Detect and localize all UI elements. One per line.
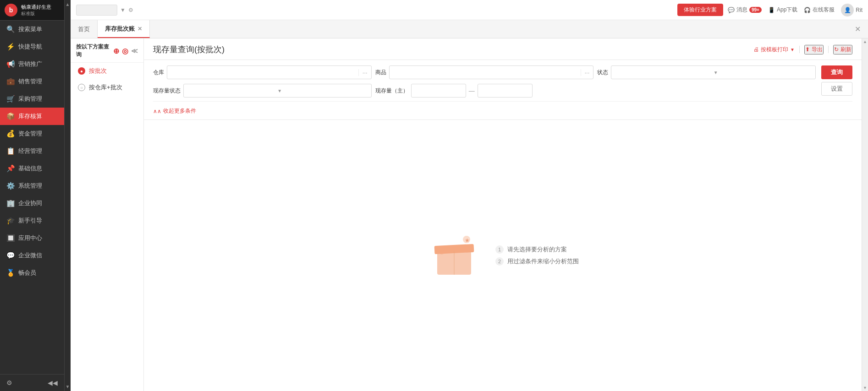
purchase-icon: 🛒 <box>6 95 15 103</box>
query-header-actions: 🖨 按模板打印 ▼ ⬆ 导出 ↻ 刷新 <box>753 45 852 54</box>
scroll-down-button[interactable]: ▼ <box>862 385 868 391</box>
app-logo: b <box>5 4 17 16</box>
warehouse-dots-button[interactable]: ··· <box>358 69 371 76</box>
sidebar-item-sales[interactable]: 💼 销售管理 <box>0 73 64 90</box>
sidebar-item-search[interactable]: 🔍 搜索菜单 <box>0 21 64 38</box>
sidebar-item-system[interactable]: ⚙️ 系统管理 <box>0 177 64 195</box>
left-panel-header: 按以下方案查询 ⊕ ◎ ≪ <box>71 38 143 63</box>
online-service-button[interactable]: 🎧 在线客服 <box>804 6 835 14</box>
sidebar-item-vip[interactable]: 🏅 畅会员 <box>0 264 64 282</box>
stock-qty-label: 现存量（主） <box>375 87 408 95</box>
divider2 <box>828 46 829 53</box>
user-menu[interactable]: 👤 Rit <box>841 4 863 16</box>
left-panel-title: 按以下方案查询 <box>76 43 113 59</box>
add-plan-icon[interactable]: ⊕ <box>113 47 119 55</box>
divider <box>799 46 800 53</box>
operation-icon: 📋 <box>6 147 15 155</box>
finance-icon: 💰 <box>6 130 15 138</box>
query-header: 现存量查询(按批次) 🖨 按模板打印 ▼ ⬆ 导出 ↻ 刷 <box>144 38 862 60</box>
filter-section: 仓库 ··· 商品 ··· <box>144 60 862 120</box>
tab-close-icon[interactable]: ✕ <box>137 26 142 32</box>
enterprise-icon: 🏢 <box>6 199 15 207</box>
message-icon: 💬 <box>728 7 735 13</box>
warehouse-input[interactable] <box>167 69 358 76</box>
collapse-filter-button[interactable]: ∧∧ 收起更多条件 <box>153 104 852 116</box>
plan-item-batch[interactable]: ● 按批次 <box>71 63 143 79</box>
sidebar-scrollbar: ▲ ▼ <box>64 0 71 391</box>
messages-button[interactable]: 💬 消息 99+ <box>728 6 762 14</box>
empty-state: ★ 1 请先选择要分析的方案 2 用过滤条件来缩小分析范围 <box>144 120 862 391</box>
settings-icon[interactable]: ⚙ <box>6 379 12 386</box>
active-dot-icon: ● <box>78 67 85 75</box>
manage-plan-icon[interactable]: ◎ <box>122 47 128 55</box>
collapse-sidebar-icon[interactable]: ◀◀ <box>48 379 58 386</box>
system-icon: ⚙️ <box>6 182 15 190</box>
tip-number-2: 2 <box>495 257 504 266</box>
right-scrollbar: ▲ ▼ <box>862 38 868 391</box>
goods-dots-button[interactable]: ··· <box>581 69 593 76</box>
headset-icon: 🎧 <box>804 7 811 13</box>
query-button[interactable]: 查询 <box>821 65 852 79</box>
newuser-icon: 🎓 <box>6 217 15 225</box>
scroll-thumb[interactable] <box>862 45 868 385</box>
empty-tip-2: 2 用过滤条件来缩小分析范围 <box>495 257 579 266</box>
industry-solution-button[interactable]: 体验行业方案 <box>677 4 723 16</box>
export-button[interactable]: ⬆ 导出 <box>804 45 824 54</box>
sidebar-item-enterprise[interactable]: 🏢 企业协同 <box>0 195 64 212</box>
quicknav-icon: ⚡ <box>6 43 15 51</box>
stock-qty-min-input[interactable] <box>411 84 466 98</box>
vip-icon: 🏅 <box>6 269 15 277</box>
inventory-icon: 📦 <box>6 112 15 120</box>
sidebar-item-wxbiz[interactable]: 💬 企业微信 <box>0 247 64 264</box>
phone-icon: 📱 <box>768 7 775 13</box>
svg-text:★: ★ <box>465 237 470 244</box>
page-title: 现存量查询(按批次) <box>153 44 225 55</box>
stock-qty-max-input[interactable] <box>478 84 533 98</box>
settings-shortcut-icon[interactable]: ⚙ <box>128 7 133 13</box>
stock-qty-input: — <box>411 84 533 98</box>
status-dropdown-icon: ▼ <box>714 70 812 75</box>
sidebar-item-purchase[interactable]: 🛒 采购管理 <box>0 90 64 108</box>
refresh-icon: ↻ <box>834 46 839 53</box>
sidebar-item-marketing[interactable]: 📢 营销推广 <box>0 55 64 73</box>
stock-status-select[interactable]: ▼ <box>183 84 372 98</box>
goods-input[interactable] <box>390 69 581 76</box>
app-download-button[interactable]: 📱 App下载 <box>768 6 797 14</box>
print-button[interactable]: 🖨 按模板打印 ▼ <box>753 46 795 54</box>
sidebar-item-basic[interactable]: 📌 基础信息 <box>0 160 64 177</box>
scroll-up-icon[interactable]: ▲ <box>66 2 70 7</box>
search-input[interactable] <box>76 5 117 16</box>
messages-badge: 99+ <box>749 7 762 13</box>
main-area: ▼ ⚙ 体验行业方案 💬 消息 99+ 📱 App下载 🎧 在线客服 👤 Rit <box>71 0 868 391</box>
tabbar: 首页 库存批次账 ✕ ✕ <box>71 20 868 38</box>
status-select[interactable]: ▼ <box>611 65 816 79</box>
tab-home[interactable]: 首页 <box>71 20 98 38</box>
tab-batch[interactable]: 库存批次账 ✕ <box>98 20 150 38</box>
tip-number-1: 1 <box>495 245 504 254</box>
sidebar-item-inventory[interactable]: 📦 库存核算 <box>0 108 64 125</box>
print-dropdown-icon[interactable]: ▼ <box>790 47 795 52</box>
sidebar-item-finance[interactable]: 💰 资金管理 <box>0 125 64 142</box>
scroll-up-button[interactable]: ▲ <box>862 38 868 45</box>
scroll-down-icon[interactable]: ▼ <box>66 384 70 389</box>
topbar: ▼ ⚙ 体验行业方案 💬 消息 99+ 📱 App下载 🎧 在线客服 👤 Rit <box>71 0 868 20</box>
sidebar-item-newuser[interactable]: 🎓 新手引导 <box>0 212 64 229</box>
action-buttons: 查询 设置 <box>821 65 852 96</box>
left-panel: 按以下方案查询 ⊕ ◎ ≪ ● 按批次 ○ 按仓库+批次 <box>71 38 144 391</box>
dropdown-icon[interactable]: ▼ <box>120 7 126 13</box>
sidebar-item-operation[interactable]: 📋 经营管理 <box>0 142 64 160</box>
plan-item-warehousebatch[interactable]: ○ 按仓库+批次 <box>71 79 143 96</box>
panel-close-icon[interactable]: ✕ <box>851 25 864 33</box>
refresh-button[interactable]: ↻ 刷新 <box>833 45 852 54</box>
goods-input-field[interactable]: ··· <box>389 65 594 79</box>
warehouse-input-field[interactable]: ··· <box>167 65 372 79</box>
tab-batch-label: 库存批次账 <box>105 25 135 33</box>
collapse-panel-icon[interactable]: ≪ <box>131 47 138 54</box>
sidebar-item-quicknav[interactable]: ⚡ 快捷导航 <box>0 38 64 55</box>
right-panel: 现存量查询(按批次) 🖨 按模板打印 ▼ ⬆ 导出 ↻ 刷 <box>144 38 862 391</box>
sidebar-item-appcenter[interactable]: 🔲 应用中心 <box>0 229 64 247</box>
settings-button[interactable]: 设置 <box>821 82 852 96</box>
username-label: Rit <box>856 7 863 13</box>
inactive-dot-icon: ○ <box>78 84 85 91</box>
left-panel-actions: ⊕ ◎ ≪ <box>113 47 138 55</box>
